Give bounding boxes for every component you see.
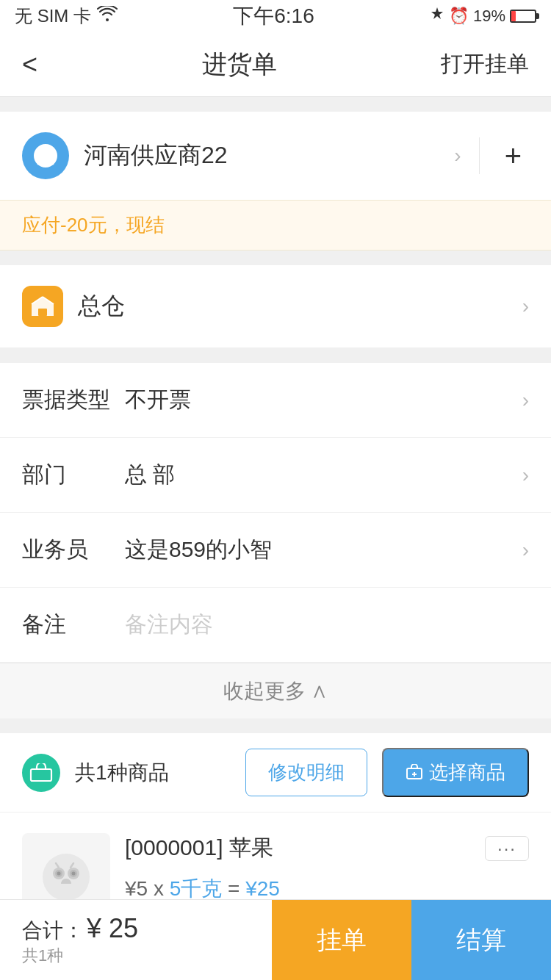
ticket-type-label: 票据类型 xyxy=(22,385,118,415)
remark-row[interactable]: 备注 备注内容 xyxy=(0,588,551,663)
collapse-bar[interactable]: 收起更多 ∧ xyxy=(0,663,551,718)
notice-text: 应付-20元，现结 xyxy=(22,214,165,236)
salesperson-label: 业务员 xyxy=(22,535,118,565)
notice-bar: 应付-20元，现结 xyxy=(0,200,551,251)
edit-detail-button[interactable]: 修改明细 xyxy=(245,749,367,796)
back-button[interactable]: < xyxy=(22,49,37,80)
ticket-type-row[interactable]: 票据类型 不开票 › xyxy=(0,363,551,438)
salesperson-row[interactable]: 业务员 这是859的小智 › xyxy=(0,513,551,588)
ticket-type-value: 不开票 xyxy=(118,385,522,415)
supplier-name: 河南供应商22 xyxy=(84,140,454,172)
product-code: [0000001] xyxy=(125,835,223,860)
total-section: 合计： ¥ 25 共1种 xyxy=(0,900,272,980)
checkout-button[interactable]: 结算 xyxy=(411,900,551,980)
page-title: 进货单 xyxy=(202,48,277,82)
department-chevron-icon: › xyxy=(522,464,529,487)
product-more-button[interactable]: ··· xyxy=(485,836,529,861)
remark-input[interactable]: 备注内容 xyxy=(118,610,529,640)
supplier-avatar xyxy=(22,132,69,179)
ticket-type-chevron-icon: › xyxy=(522,389,529,412)
collapse-label: 收起更多 ∧ xyxy=(223,677,328,705)
carrier-text: 无 SIM 卡 xyxy=(15,4,91,28)
products-header: 共1种商品 修改明细 选择商品 xyxy=(0,733,551,813)
pend-button[interactable]: 挂单 xyxy=(272,900,411,980)
salesperson-value: 这是859的小智 xyxy=(118,535,522,565)
department-label: 部门 xyxy=(22,460,118,490)
product-equals: = xyxy=(228,877,245,900)
supplier-section: 河南供应商22 › + 应付-20元，现结 xyxy=(0,112,551,251)
product-unit-price: ¥5 xyxy=(125,877,148,900)
department-row[interactable]: 部门 总 部 › xyxy=(0,438,551,513)
svg-rect-2 xyxy=(31,769,51,781)
products-count: 共1种商品 xyxy=(75,759,231,787)
total-sub: 共1种 xyxy=(22,945,250,967)
select-product-label: 选择商品 xyxy=(429,760,505,785)
bottom-bar: 合计： ¥ 25 共1种 挂单 结算 xyxy=(0,899,551,980)
battery-icon xyxy=(510,7,536,26)
svg-point-11 xyxy=(57,872,61,876)
location-icon xyxy=(430,7,444,26)
supplier-row[interactable]: 河南供应商22 › + xyxy=(0,112,551,200)
gap2 xyxy=(0,251,551,265)
product-total: ¥25 xyxy=(245,877,280,900)
svg-point-0 xyxy=(41,149,49,157)
warehouse-icon xyxy=(22,286,63,327)
salesperson-chevron-icon: › xyxy=(522,538,529,562)
status-left: 无 SIM 卡 xyxy=(15,4,118,28)
select-product-button[interactable]: 选择商品 xyxy=(382,748,529,797)
nav-bar: < 进货单 打开挂单 xyxy=(0,32,551,97)
warehouse-name: 总仓 xyxy=(78,290,522,323)
supplier-chevron-icon: › xyxy=(454,144,461,167)
alarm-icon: ⏰ xyxy=(449,7,469,26)
gap3 xyxy=(0,348,551,363)
status-right: ⏰ 19% xyxy=(430,7,536,26)
status-bar: 无 SIM 卡 下午6:16 ⏰ 19% xyxy=(0,0,551,32)
products-icon xyxy=(22,754,60,792)
vertical-divider xyxy=(479,137,480,174)
avatar-face-icon xyxy=(32,143,59,169)
product-quantity: 5千克 xyxy=(170,877,223,900)
svg-point-12 xyxy=(72,872,76,876)
svg-point-6 xyxy=(43,854,90,901)
product-name: [0000001] 苹果 xyxy=(125,833,470,863)
warehouse-section: 总仓 › xyxy=(0,265,551,348)
wifi-icon xyxy=(97,6,118,26)
battery-percentage: 19% xyxy=(473,7,505,26)
total-label: 合计： xyxy=(22,917,84,945)
product-multiply: x xyxy=(154,877,170,900)
gap1 xyxy=(0,97,551,112)
remark-label: 备注 xyxy=(22,610,118,640)
warehouse-row[interactable]: 总仓 › xyxy=(0,265,551,348)
svg-rect-1 xyxy=(38,309,47,316)
add-button[interactable]: + xyxy=(497,140,529,173)
status-time: 下午6:16 xyxy=(233,2,314,30)
warehouse-chevron-icon: › xyxy=(522,295,529,318)
form-section: 票据类型 不开票 › 部门 总 部 › 业务员 这是859的小智 › 备注 备注… xyxy=(0,363,551,663)
open-pending-button[interactable]: 打开挂单 xyxy=(441,49,529,79)
department-value: 总 部 xyxy=(118,460,522,490)
total-amount: ¥ 25 xyxy=(87,913,138,944)
gap4 xyxy=(0,718,551,733)
